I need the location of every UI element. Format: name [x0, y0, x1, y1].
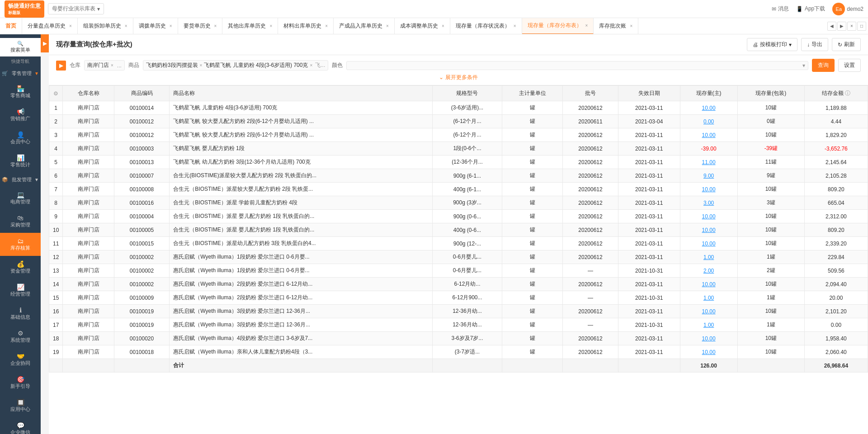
close-tab-yao-huo[interactable]: × — [214, 24, 217, 28]
cell-stock-7[interactable]: 3.00 — [680, 196, 737, 210]
tab-fen-liang[interactable]: 分量盘点单历史 × — [22, 18, 78, 34]
settings-btn[interactable]: 设置 — [838, 59, 861, 72]
product-more[interactable]: 飞... — [315, 61, 325, 69]
sidebar-item-retail-mgmt[interactable]: 🛒 零售管理 ▼ — [0, 66, 41, 80]
sidebar-item-retail-stats[interactable]: 📊 零售统计 — [0, 150, 41, 173]
sidebar-item-ops[interactable]: 📈 经营管理 — [0, 279, 41, 302]
tab-batch[interactable]: 库存批次账 × — [594, 18, 638, 34]
tab-other-out[interactable]: 其他出库单历史 × — [222, 18, 278, 34]
sidebar-item-ecom[interactable]: 💻 电商管理 — [0, 187, 41, 210]
cell-expire-8: 2021-03-11 — [618, 210, 680, 223]
cell-name-7: 合生元（BIOSTIME）派星 学龄前儿童配方奶粉 4段 — [170, 196, 433, 210]
industry-selector[interactable]: 母婴行业演示库表 ▾ — [48, 3, 104, 14]
sidebar-item-inventory[interactable]: 🗂 库存核算 — [0, 233, 41, 256]
close-tab-zu-zhuang[interactable]: × — [125, 24, 127, 28]
product-tag-1-close[interactable]: × — [200, 63, 203, 68]
cell-stock-9[interactable]: 10.00 — [680, 223, 737, 237]
gear-icon[interactable]: ⚙ — [53, 90, 58, 97]
color-filter-area[interactable]: ▾ — [346, 61, 808, 70]
print-btn[interactable]: 🖨 按模板打印 ▾ — [747, 38, 797, 51]
refresh-btn[interactable]: ↻ 刷新 — [832, 38, 861, 51]
col-unit-header: 主计量单位 — [502, 86, 562, 101]
tab-zu-zhuang[interactable]: 组装拆卸单历史 × — [78, 18, 133, 34]
cell-stock-2[interactable]: 10.00 — [680, 128, 737, 142]
close-tab-material-out[interactable]: × — [325, 24, 328, 28]
sidebar-item-collab[interactable]: 🤝 企业协同 — [0, 348, 41, 371]
total-label: 合计 — [170, 359, 433, 373]
close-tab-diao-bo[interactable]: × — [170, 24, 172, 28]
close-tab-stock-status[interactable]: × — [514, 24, 516, 28]
product-tag-2-close[interactable]: × — [310, 63, 312, 68]
sidebar-item-marketing[interactable]: 📢 营销推广 — [0, 104, 41, 127]
cell-stock-14[interactable]: 1.00 — [680, 291, 737, 305]
export-btn[interactable]: ↓ 导出 — [801, 38, 828, 51]
cell-stock-3[interactable]: -39.00 — [680, 142, 737, 156]
expand-more-btn[interactable]: ⌄ 展开更多条件 — [439, 74, 477, 80]
tab-yao-huo[interactable]: 要货单历史 × — [178, 18, 223, 34]
filter-expand-toggle[interactable]: ▶ — [56, 61, 66, 71]
sidebar-item-wholesale[interactable]: 📦 批发管理 ▼ — [0, 173, 41, 187]
user-menu[interactable]: Ea demo2 — [832, 3, 863, 15]
industry-label: 母婴行业演示库表 — [52, 5, 95, 13]
cell-num-7: 8 — [49, 196, 63, 210]
close-tab-cost-adjust[interactable]: × — [442, 24, 444, 28]
tab-home[interactable]: 首页 — [0, 18, 22, 34]
tab-next[interactable]: ▶ — [837, 22, 846, 31]
app-download-btn[interactable]: 📱 App下载 — [796, 5, 825, 13]
warehouse-filter-area[interactable]: 南岸门店 × ... — [84, 60, 125, 71]
cell-stock-16[interactable]: 1.00 — [680, 318, 737, 332]
cell-stock-15[interactable]: 10.00 — [680, 305, 737, 318]
tab-stock-dist[interactable]: 现存量（库存分布表） × — [522, 18, 594, 34]
cell-batch-13: 20200612 — [563, 278, 618, 291]
sidebar-item-retail-shop[interactable]: 🏪 零售商城 — [0, 80, 41, 104]
sidebar-item-system[interactable]: ⚙ 系统管理 — [0, 325, 41, 348]
sidebar-item-member[interactable]: 👤 会员中心 — [0, 127, 41, 150]
sidebar-item-purchase[interactable]: 🛍 采购管理 — [0, 210, 41, 233]
cell-stock-4[interactable]: 11.00 — [680, 156, 737, 169]
tab-product-in[interactable]: 产成品入库单历史 × — [334, 18, 395, 34]
tab-material-out[interactable]: 材料出库单历史 × — [278, 18, 334, 34]
tab-close-all[interactable]: × — [847, 22, 856, 31]
cell-name-2: 飞鹤星飞帆 较大婴儿配方奶粉 2段(6-12个月婴幼儿适用) ... — [170, 128, 433, 142]
cell-amount-11: 229.84 — [804, 250, 868, 264]
sidebar-item-appstore[interactable]: 🔲 应用中心 — [0, 394, 41, 417]
tab-prev[interactable]: ◀ — [827, 22, 836, 31]
cell-spec-6: 400g (6-1... — [432, 183, 502, 196]
table-row: 3 南岸门店 00100012 飞鹤星飞帆 较大婴儿配方奶粉 2段(6-12个月… — [49, 128, 868, 142]
cell-stock-8[interactable]: 10.00 — [680, 210, 737, 223]
tab-cost-adjust[interactable]: 成本调整单历史 × — [395, 18, 450, 34]
cell-stock-10[interactable]: 10.00 — [680, 237, 737, 250]
message-btn[interactable]: ✉ 消息 — [772, 5, 789, 13]
warehouse-close[interactable]: × — [111, 63, 113, 68]
cell-expire-11: 2021-03-11 — [618, 250, 680, 264]
tab-maximize[interactable]: □ — [857, 22, 866, 31]
cell-stock-0[interactable]: 10.00 — [680, 101, 737, 115]
cell-stock-1[interactable]: 0.00 — [680, 115, 737, 128]
cell-stock-17[interactable]: 10.00 — [680, 332, 737, 345]
product-filter-area[interactable]: 飞鹤奶粉3段丙摆提装 × 飞鹤星飞帆 儿童奶粉 4段(3-6岁适用) 700克 … — [143, 60, 328, 71]
close-tab-batch[interactable]: × — [630, 24, 632, 28]
sidebar-search[interactable]: 🔍 搜索英单 — [0, 38, 41, 57]
cell-unit-14: 罐 — [502, 291, 562, 305]
cell-stock-11[interactable]: 1.00 — [680, 250, 737, 264]
cell-stock-6[interactable]: 10.00 — [680, 183, 737, 196]
cell-stock-5[interactable]: 9.00 — [680, 169, 737, 183]
cell-amount-12: 509.56 — [804, 264, 868, 278]
close-tab-stock-dist[interactable]: × — [585, 23, 588, 28]
sidebar-item-finance[interactable]: 💰 资金管理 — [0, 256, 41, 279]
close-tab-other-out[interactable]: × — [269, 24, 272, 28]
sidebar-toggle[interactable]: ▶ — [41, 34, 49, 52]
close-tab-fen-liang[interactable]: × — [69, 24, 72, 28]
cell-stock-18[interactable]: 10.00 — [680, 345, 737, 359]
query-btn[interactable]: 查询 — [812, 59, 835, 72]
tab-diao-bo[interactable]: 调拨单历史 × — [133, 18, 178, 34]
cell-stock-13[interactable]: 10.00 — [680, 278, 737, 291]
sidebar-item-basic-info[interactable]: ℹ 基础信息 — [0, 302, 41, 325]
cell-stock-12[interactable]: 2.00 — [680, 264, 737, 278]
tab-stock-status[interactable]: 现存量（库存状况表） × — [450, 18, 522, 34]
sidebar-item-wechat[interactable]: 💬 企业微信 — [0, 417, 41, 434]
close-tab-product-in[interactable]: × — [386, 24, 389, 28]
warehouse-more[interactable]: ... — [117, 62, 122, 69]
cell-code-9: 00100005 — [114, 223, 170, 237]
sidebar-item-guide[interactable]: 🎯 新手引导 — [0, 371, 41, 394]
